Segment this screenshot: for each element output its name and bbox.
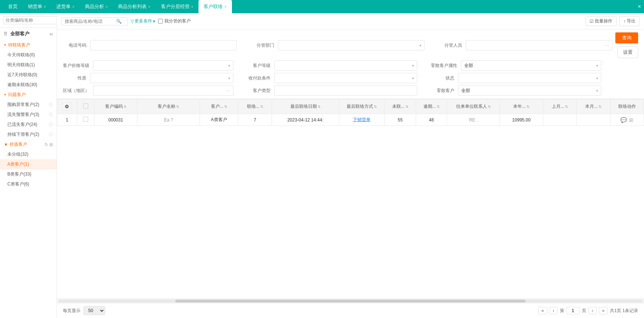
sidebar-item-overdue[interactable]: 逾期未联络(30) [0, 80, 57, 90]
sort-this-year-icon[interactable]: ⇅ [526, 105, 529, 109]
page-number-input[interactable] [566, 307, 580, 314]
sort-contact-icon[interactable]: ⇅ [260, 105, 263, 109]
scrollbar-track [58, 300, 643, 303]
price-level-select[interactable]: ▾ [93, 60, 233, 71]
sidebar-item-class-b[interactable]: B类客户(33) [0, 169, 57, 179]
cust-type-input[interactable] [274, 85, 418, 96]
sidebar-search-input[interactable] [3, 16, 57, 24]
nav-close-purchase[interactable]: × [72, 4, 74, 9]
filter-search-input[interactable] [65, 19, 116, 24]
customer-level-select[interactable]: ▾ [274, 60, 418, 71]
nav-product-analysis[interactable]: 商品分析 × [80, 0, 113, 13]
export-button[interactable]: ↑ 导出 [619, 16, 640, 26]
region-select[interactable]: ··· [93, 85, 233, 96]
sort-this-month-icon[interactable]: ⇅ [598, 105, 601, 109]
sidebar-item-class-a[interactable]: A类客户(1) [0, 159, 57, 169]
scrollbar-thumb[interactable] [175, 300, 526, 303]
sort-type-icon[interactable]: ⇅ [224, 105, 227, 109]
status-select[interactable]: ▾ [458, 73, 601, 83]
nav-home[interactable]: 首页 [3, 0, 23, 13]
sort-date-icon[interactable]: ⇅ [318, 105, 321, 109]
payment-select[interactable]: ▾ [274, 73, 418, 83]
next-page-button[interactable]: › [588, 307, 597, 314]
th-contact: 联络... ⇅ [238, 99, 272, 114]
my-customers-checkbox[interactable] [158, 19, 163, 24]
th-no-contact-label: 未联... [392, 103, 405, 110]
nav-product-analysis-list[interactable]: 商品分析列表 × [113, 0, 155, 13]
sidebar-search-container: 🔍 [0, 13, 57, 28]
filter-search-icon[interactable]: 🔍 [116, 19, 122, 24]
batch-op-button[interactable]: ☑ 批量操作 [586, 16, 616, 26]
sort-name-icon[interactable]: ⇅ [176, 105, 179, 109]
nav-purchase[interactable]: 进货单 × [51, 0, 79, 13]
last-method-link[interactable]: 下销货单 [353, 117, 371, 122]
nav-close-segmentation[interactable]: × [191, 4, 193, 9]
sidebar-section-problem-header[interactable]: ▼ 问题客户 [0, 90, 57, 100]
dept-select[interactable]: ▾ [278, 40, 425, 50]
sidebar-section-pending-header[interactable]: ▼ 待联络客户 [0, 40, 57, 50]
action-icons-container: 💬 ⊞ [613, 117, 642, 123]
phone-input[interactable] [90, 40, 237, 50]
my-customers-filter[interactable]: 我分管的客户 [158, 18, 191, 24]
window-close-icon[interactable]: × [638, 3, 641, 10]
checkbox-icon: ☑ [590, 19, 594, 24]
person-select[interactable]: ··· [466, 40, 612, 50]
sidebar-item-hoarding[interactable]: 囤购异常客户(2) ⓘ [0, 100, 57, 110]
sidebar-item-ungrouped[interactable]: 未分组(32) [0, 149, 57, 159]
sidebar-item-today[interactable]: 今天待联络(0) [0, 50, 57, 60]
filter-more-btn[interactable]: ▽ 更多条件 ▾ [130, 18, 155, 24]
refresh-icon[interactable]: ↻ [44, 142, 48, 147]
page-size-label: 每页显示 [63, 308, 80, 314]
nav-sales[interactable]: 销货单 × [23, 0, 51, 13]
sidebar-collapse-icon[interactable]: ‹‹ [50, 31, 53, 37]
row-checkbox[interactable] [83, 117, 88, 122]
sort-no-contact-icon[interactable]: ⇅ [405, 105, 408, 109]
horizontal-scrollbar[interactable] [57, 298, 644, 303]
total-label: 共1页 1条记录 [610, 308, 638, 314]
customer-table: ⚙ 客户编码 ⇅ 客户名称 [57, 99, 644, 126]
nav-customer-segmentation[interactable]: 客户分层经营 × [156, 0, 198, 13]
th-this-month: 本月... ⇅ [577, 99, 610, 114]
nature-select[interactable]: ▾ [90, 73, 233, 83]
sidebar-all-label[interactable]: 全部客户 [10, 31, 29, 37]
sort-person-icon[interactable]: ⇅ [488, 105, 491, 109]
status-label: 状态 [431, 75, 457, 81]
edit-icon[interactable]: ⊞ [49, 142, 53, 147]
sidebar-item-7days[interactable]: 近7天待联络(0) [0, 70, 57, 80]
sort-overdue-icon[interactable]: ⇅ [437, 105, 440, 109]
select-all-checkbox[interactable] [83, 103, 88, 109]
th-settings: ⚙ [57, 99, 77, 114]
cust-type-label: 客户类型 [247, 88, 273, 94]
nav-close-analysis[interactable]: × [105, 4, 108, 9]
nav-close-sales[interactable]: × [44, 4, 46, 9]
chat-icon[interactable]: 💬 [620, 117, 627, 123]
sidebar-item-churn-warning[interactable]: 流失预警客户(3) ⓘ [0, 110, 57, 120]
prev-page-button[interactable]: ‹ [550, 307, 558, 314]
sidebar-item-declining[interactable]: 持续下滑客户(2) ⓘ [0, 130, 57, 139]
qr-icon[interactable]: ⊞ [629, 117, 633, 123]
last-page-button[interactable]: » [599, 307, 608, 314]
sidebar-item-churned[interactable]: 已流失客户(24) ⓘ [0, 120, 57, 130]
row-code: 000031 [94, 114, 137, 126]
sidebar-item-tomorrow[interactable]: 明天待联络(1) [0, 60, 57, 70]
retail-attr-select[interactable]: 全部 ▾ [461, 60, 601, 71]
sort-last-month-icon[interactable]: ⇅ [565, 105, 568, 109]
sort-code-icon[interactable]: ⇅ [124, 105, 126, 109]
nav-close-analysis-list[interactable]: × [148, 4, 150, 9]
retail-select[interactable]: 全部 ▾ [458, 85, 601, 96]
query-button[interactable]: 查询 [615, 32, 638, 43]
first-page-button[interactable]: « [538, 307, 547, 314]
row-contact: 7 [238, 114, 272, 126]
person-label: 分管人员 [439, 42, 464, 49]
filter-status: 状态 ▾ [431, 73, 601, 83]
settings-button[interactable]: 设置 [618, 46, 638, 58]
sort-method-icon[interactable]: ⇅ [374, 105, 377, 109]
nav-customer-contact[interactable]: 客户联络 × [198, 0, 232, 13]
filter-region: 区域（地区） ··· [63, 85, 233, 96]
retail-arrow-icon: ▾ [596, 89, 598, 93]
nav-close-contact[interactable]: × [224, 4, 226, 9]
table-settings-button[interactable]: ⚙ [62, 102, 72, 111]
page-size-select[interactable]: 50 100 200 [83, 306, 105, 315]
sidebar-item-class-c[interactable]: C类客户(6) [0, 179, 57, 189]
row-person: RE . [447, 114, 500, 126]
